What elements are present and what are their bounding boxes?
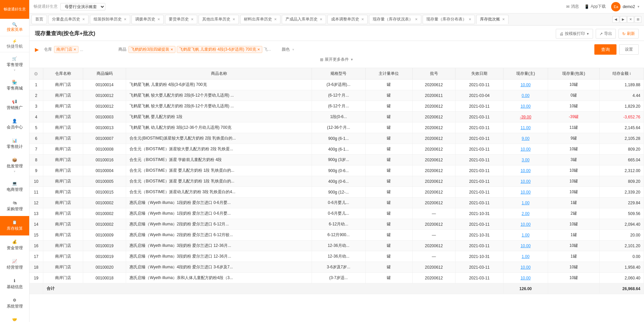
cell-qty-main[interactable]: 10.00 [503, 187, 548, 198]
cell-qty-main[interactable]: 10.00 [503, 144, 548, 155]
tab-history2[interactable]: 组装拆卸单历史 ✕ [90, 15, 130, 24]
export-button[interactable]: ↗ 导出 [596, 29, 616, 39]
qty-main-link[interactable]: 10.00 [521, 179, 531, 184]
tab-history7[interactable]: 产成品入库单历史 ✕ [282, 15, 326, 24]
tab-history3[interactable]: 调拨单历史 ✕ [131, 15, 164, 24]
tab-inventory-batch[interactable]: 库存批次账 ✕ [476, 15, 508, 24]
qty-main-link[interactable]: 10.00 [521, 244, 531, 248]
sidebar-item-ecom[interactable]: 💻 电商管理 [0, 177, 29, 197]
cell-qty-main[interactable]: 10.00 [503, 262, 548, 273]
sidebar-item-quicknav[interactable]: ⚡ 快捷导航 [0, 36, 29, 52]
cell-qty-main[interactable]: 10.00 [503, 273, 548, 283]
cell-qty-main[interactable]: 10.00 [503, 165, 548, 176]
tab-close-icon[interactable]: ✕ [361, 17, 364, 21]
warehouse-more[interactable]: ... [80, 47, 83, 52]
qty-main-link[interactable]: 9.00 [522, 136, 529, 141]
message-button[interactable]: ✉ 消息 [566, 4, 579, 9]
warehouse-tag[interactable]: 南岸门店 ✕ [54, 46, 78, 53]
refresh-button[interactable]: ↻ 刷新 [619, 29, 639, 39]
tab-close-icon[interactable]: ✕ [274, 17, 277, 21]
product-tag-2[interactable]: 飞鹤星飞帆 儿童奶粉 4段(3-6岁适用) 700克 ✕ [177, 46, 262, 53]
qty-main-link[interactable]: 1.00 [522, 201, 529, 205]
account-select[interactable]: 母婴行业演示账套 [60, 3, 105, 10]
qty-main-link[interactable]: 11.00 [521, 125, 531, 130]
tab-inventory-status[interactable]: 现存量（库存状况表） ✕ [369, 15, 421, 24]
qty-main-link[interactable]: 10.00 [521, 83, 531, 87]
sidebar-item-collab[interactable]: 🤝 企业协同 [0, 313, 29, 322]
tab-close-icon[interactable]: ✕ [415, 17, 418, 21]
cell-qty-main[interactable]: 10.00 [503, 240, 548, 251]
tab-history5[interactable]: 其他出库单历史 ✕ [199, 15, 239, 24]
sidebar-item-base[interactable]: ℹ 基础信息 [0, 274, 29, 294]
sidebar-item-retailshop[interactable]: 🏪 零售商城 [0, 76, 29, 95]
cell-qty-main[interactable]: 1.00 [503, 230, 548, 240]
product-tag-1[interactable]: 飞鹤奶粉3段四罐提装 ✕ [128, 46, 175, 53]
tab-inventory-dist[interactable]: 现存量（库存分布表） ✕ [423, 15, 475, 24]
tab-close-icon[interactable]: ✕ [502, 17, 505, 21]
qty-main-link[interactable]: 10.00 [521, 276, 531, 280]
sidebar-item-retail[interactable]: 🛒 零售管理 ▼ [0, 52, 29, 76]
tab-home[interactable]: 首页 [32, 15, 47, 24]
tab-close-icon[interactable]: ✕ [191, 17, 194, 21]
print-button[interactable]: 🖨 按模板打印 ▼ [556, 29, 593, 39]
cell-qty-main[interactable]: 3.00 [503, 155, 548, 165]
cell-qty-main[interactable]: 9.00 [503, 133, 548, 144]
sidebar-item-search[interactable]: 🔍 搜索英单 [0, 19, 29, 36]
sidebar-item-marketing[interactable]: 📢 营销推广 [0, 95, 29, 115]
tab-close-icon[interactable]: ✕ [469, 17, 471, 21]
tab-expand-button[interactable]: ⊞ [635, 16, 641, 23]
sidebar-item-finance[interactable]: 💰 资金管理 [0, 235, 29, 255]
cell-qty-main[interactable]: 10.00 [503, 176, 548, 187]
tab-close-icon[interactable]: ✕ [82, 17, 85, 21]
qty-main-link[interactable]: 3.00 [522, 158, 529, 162]
sidebar-item-retailstat[interactable]: 📊 零售统计 [0, 134, 29, 154]
tab-history6[interactable]: 材料出库单历史 ✕ [240, 15, 280, 24]
tag-close-icon[interactable]: ✕ [170, 48, 173, 51]
tab-history1[interactable]: 分量盘点单历史 ✕ [48, 15, 89, 24]
sidebar-item-wholesale[interactable]: 📦 批发管理 ▼ [0, 154, 29, 177]
cell-qty-main[interactable]: 10.00 [503, 79, 548, 90]
qty-main-link[interactable]: 10.00 [521, 222, 531, 227]
setting-gear-icon[interactable]: ⚙ [34, 71, 38, 76]
qty-main-link[interactable]: 10.00 [521, 265, 531, 270]
sidebar-item-operation[interactable]: 📈 经营管理 [0, 255, 29, 274]
tab-history4[interactable]: 要货单历史 ✕ [165, 15, 197, 24]
cell-qty-main[interactable]: 10.00 [503, 101, 548, 112]
expand-more-conditions[interactable]: ⊞ 展开更多条件 ▼ [35, 55, 639, 64]
tab-close-icon[interactable]: ✕ [232, 17, 235, 21]
tab-next-button[interactable]: ▶ [620, 16, 627, 23]
sidebar-item-member[interactable]: 👤 会员中心 [0, 115, 29, 134]
tag-close-icon[interactable]: ✕ [73, 48, 76, 51]
filter-expand-button[interactable]: ▶ [35, 47, 39, 52]
tab-prev-button[interactable]: ◀ [612, 16, 619, 23]
sidebar-item-inventory[interactable]: 📋 库存核算 [0, 216, 29, 235]
settings-button[interactable]: 设置 [619, 44, 639, 55]
cell-qty-main[interactable]: 10.00 [503, 219, 548, 230]
qty-main-link[interactable]: 10.00 [521, 147, 531, 152]
tab-close-all-button[interactable]: ✕ [627, 16, 634, 23]
th-setting[interactable]: ⚙ [30, 68, 43, 79]
qty-main-link[interactable]: 1.00 [522, 233, 529, 237]
qty-main-link[interactable]: 10.00 [521, 104, 531, 109]
tab-close-icon[interactable]: ✕ [320, 17, 322, 21]
qty-main-link[interactable]: 0.00 [522, 93, 529, 98]
cell-qty-main[interactable]: 2.00 [503, 208, 548, 219]
qty-main-link[interactable]: 10.00 [521, 168, 531, 173]
tag-close-icon[interactable]: ✕ [257, 48, 260, 51]
tab-close-icon[interactable]: ✕ [124, 17, 126, 21]
cell-qty-main[interactable]: 1.00 [503, 198, 548, 208]
app-download-button[interactable]: 📱 App下载 [584, 4, 606, 9]
qty-main-link[interactable]: 2.00 [522, 211, 529, 216]
query-button[interactable]: 查询 [594, 44, 616, 55]
qty-main-link[interactable]: 10.00 [521, 190, 531, 195]
sidebar-item-purchase[interactable]: 🛍 采购管理 [0, 197, 29, 216]
cell-qty-main[interactable]: 0.00 [503, 90, 548, 101]
info-icon[interactable]: ℹ [630, 72, 631, 75]
qty-main-link[interactable]: -39.00 [520, 115, 531, 119]
cell-qty-main[interactable]: -39.00 [503, 112, 548, 122]
tab-history8[interactable]: 成本调整单历史 ✕ [327, 15, 368, 24]
sidebar-item-system[interactable]: ⚙ 系统管理 [0, 294, 29, 313]
user-menu[interactable]: Ea demo2 ▼ [611, 2, 640, 11]
product-more[interactable]: 飞... [264, 47, 271, 52]
qty-main-link[interactable]: 1.00 [522, 254, 529, 259]
